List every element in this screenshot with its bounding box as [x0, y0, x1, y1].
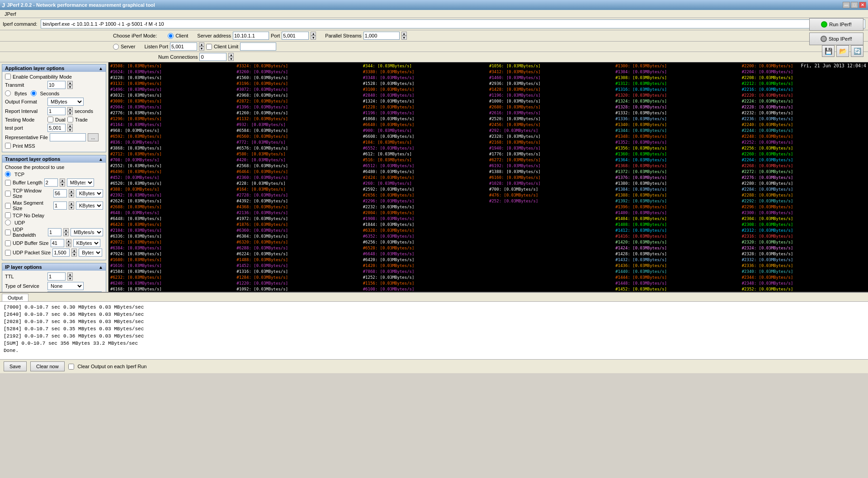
- transmit-up[interactable]: ▲: [67, 81, 73, 85]
- listen-port-down[interactable]: ▼: [199, 47, 204, 51]
- port-spinner[interactable]: ▲ ▼: [311, 32, 316, 40]
- parallel-down[interactable]: ▼: [401, 36, 407, 40]
- client-limit-checkbox[interactable]: [206, 44, 212, 50]
- udp-pkt-down[interactable]: ▼: [71, 253, 77, 257]
- num-conn-spinner[interactable]: ▲ ▼: [228, 53, 234, 61]
- test-port-input[interactable]: [47, 124, 66, 132]
- max-seg-unit[interactable]: KBytesBytes: [76, 202, 103, 210]
- stop-button[interactable]: Stop IPerf!: [809, 33, 863, 45]
- dual-checkbox[interactable]: [47, 117, 53, 122]
- max-seg-down[interactable]: ▼: [69, 206, 74, 210]
- output-format-select[interactable]: MBytes KBytes Bits: [47, 98, 84, 106]
- clear-on-run-checkbox[interactable]: [68, 364, 74, 370]
- port-input[interactable]: [282, 32, 309, 40]
- tcp-win-up[interactable]: ▲: [69, 189, 74, 193]
- udp-pkt-spinner[interactable]: ▲ ▼: [71, 248, 77, 257]
- ttl-down[interactable]: ▼: [67, 276, 73, 281]
- max-seg-input[interactable]: [53, 202, 67, 210]
- rep-file-input[interactable]: [50, 133, 86, 141]
- listen-port-input[interactable]: [170, 42, 197, 51]
- parallel-spinner[interactable]: ▲ ▼: [401, 32, 407, 40]
- udp-bw-down[interactable]: ▼: [63, 232, 69, 236]
- print-mss-checkbox[interactable]: [5, 143, 11, 149]
- transmit-down[interactable]: ▼: [67, 85, 73, 89]
- maximize-button[interactable]: □: [851, 2, 858, 8]
- client-radio[interactable]: [168, 33, 174, 39]
- save-icon-button[interactable]: 💾: [822, 45, 835, 57]
- transmit-spinner[interactable]: ▲ ▼: [67, 81, 73, 89]
- udp-bw-spinner[interactable]: ▲ ▼: [63, 228, 69, 236]
- buf-len-up[interactable]: ▲: [60, 178, 65, 183]
- tcp-window-checkbox[interactable]: [5, 191, 11, 197]
- max-seg-up[interactable]: ▲: [69, 202, 74, 206]
- rep-file-browse[interactable]: ...: [88, 133, 99, 141]
- num-connections-input[interactable]: [199, 53, 226, 61]
- tos-select[interactable]: None Low Delay Throughput: [47, 282, 84, 290]
- udp-buf-down[interactable]: ▼: [66, 243, 71, 247]
- udp-pkt-checkbox[interactable]: [5, 250, 11, 256]
- tcp-nodelay-checkbox[interactable]: [5, 212, 11, 218]
- ttl-input[interactable]: [47, 272, 66, 281]
- parallel-up[interactable]: ▲: [401, 32, 407, 36]
- test-port-up[interactable]: ▲: [67, 124, 73, 128]
- tcp-radio[interactable]: [5, 171, 11, 177]
- udp-bw-unit[interactable]: MBytes/secKBytes/sec: [71, 228, 103, 236]
- app-layer-collapse[interactable]: ▲: [99, 66, 103, 71]
- report-interval-down[interactable]: ▼: [67, 111, 73, 115]
- listen-port-spinner[interactable]: ▲ ▼: [199, 42, 204, 51]
- udp-buf-input[interactable]: [51, 239, 64, 247]
- ip-layer-header[interactable]: IP layer options ▲: [2, 263, 106, 271]
- udp-pkt-up[interactable]: ▲: [71, 248, 77, 253]
- ttl-spinner[interactable]: ▲ ▼: [67, 272, 73, 281]
- refresh-icon-button[interactable]: 🔄: [851, 45, 863, 57]
- buffer-length-checkbox[interactable]: [5, 180, 11, 186]
- bind-host-input[interactable]: [47, 291, 102, 292]
- ip-layer-collapse[interactable]: ▲: [99, 265, 103, 270]
- buf-len-down[interactable]: ▼: [60, 183, 65, 187]
- iperf-command-input[interactable]: [41, 19, 865, 28]
- port-down[interactable]: ▼: [311, 36, 316, 40]
- port-up[interactable]: ▲: [311, 32, 316, 36]
- minimize-button[interactable]: —: [843, 2, 850, 8]
- tcp-win-down[interactable]: ▼: [69, 193, 74, 197]
- tcp-window-spinner[interactable]: ▲ ▼: [69, 189, 74, 197]
- server-radio[interactable]: [113, 44, 119, 50]
- udp-buf-unit[interactable]: KBytesMBytes: [73, 239, 100, 247]
- udp-bw-up[interactable]: ▲: [63, 228, 69, 232]
- udp-radio[interactable]: [5, 220, 11, 225]
- listen-port-up[interactable]: ▲: [199, 42, 204, 47]
- ttl-up[interactable]: ▲: [67, 272, 73, 276]
- udp-pkt-unit[interactable]: BytesKBytes: [79, 248, 102, 257]
- udp-buf-spinner[interactable]: ▲ ▼: [66, 239, 71, 247]
- client-limit-input[interactable]: [240, 42, 276, 51]
- udp-buf-checkbox[interactable]: [5, 240, 11, 246]
- app-layer-header[interactable]: Application layer options ▲: [2, 65, 106, 72]
- udp-bw-input[interactable]: [48, 228, 61, 236]
- buffer-length-unit[interactable]: MBytesKBytes: [67, 178, 94, 187]
- buffer-length-spinner[interactable]: ▲ ▼: [60, 178, 65, 187]
- open-icon-button[interactable]: 📂: [836, 45, 849, 57]
- transport-layer-collapse[interactable]: ▲: [99, 157, 103, 162]
- udp-pkt-input[interactable]: [52, 248, 70, 257]
- seconds-radio[interactable]: [31, 90, 37, 96]
- max-seg-checkbox[interactable]: [5, 203, 11, 209]
- report-interval-up[interactable]: ▲: [67, 107, 73, 111]
- tcp-window-unit[interactable]: KBytesMBytes: [76, 189, 103, 197]
- menu-item-jperf[interactable]: JPerf: [2, 11, 19, 17]
- parallel-streams-input[interactable]: [363, 32, 400, 40]
- udp-buf-up[interactable]: ▲: [66, 239, 71, 243]
- trade-checkbox[interactable]: [67, 117, 73, 122]
- tcp-window-input[interactable]: [53, 189, 67, 197]
- compat-mode-checkbox[interactable]: [5, 74, 11, 80]
- save-button[interactable]: Save: [4, 361, 27, 371]
- report-interval-input[interactable]: [47, 107, 66, 115]
- bytes-radio[interactable]: [5, 90, 11, 96]
- clear-now-button[interactable]: Clear now: [30, 361, 65, 371]
- num-conn-up[interactable]: ▲: [228, 53, 234, 57]
- output-tab[interactable]: Output: [2, 294, 28, 301]
- udp-bw-checkbox[interactable]: [5, 230, 11, 235]
- max-seg-spinner[interactable]: ▲ ▼: [69, 202, 74, 210]
- transport-layer-header[interactable]: Transport layer options ▲: [2, 155, 106, 163]
- close-button[interactable]: ✕: [859, 2, 866, 8]
- num-conn-down[interactable]: ▼: [228, 57, 234, 61]
